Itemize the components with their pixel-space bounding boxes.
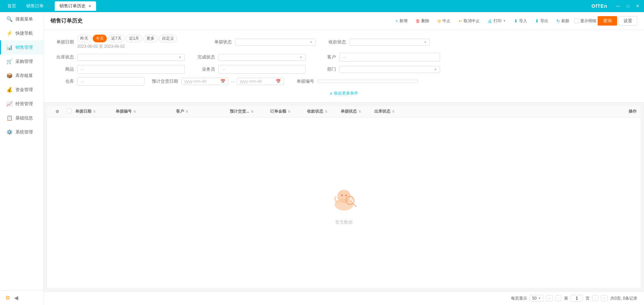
department-select[interactable]: ▼	[339, 66, 440, 73]
complete-status-select[interactable]: ▼	[218, 54, 306, 61]
tab-home[interactable]: 首页	[3, 1, 21, 11]
th-customer[interactable]: 客户 ⇅	[176, 109, 230, 114]
order-num-label: 单据编号	[291, 78, 317, 84]
order-num-input[interactable]	[317, 80, 418, 83]
page-size-label: 每页显示	[511, 296, 527, 301]
display-columns-check[interactable]: 显示明细	[574, 18, 596, 24]
sidebar: 🔍 搜索菜单 ⚡ 快捷导航 📊 销售管理 🛒 采购管理 📦 库存核算 💰 资金管…	[0, 12, 44, 305]
table-header: ⚙ 单据日期 ⇅ 单据编号 ⇅ 客户 ⇅ 预计交货...	[47, 106, 641, 117]
calendar-start-icon: 📅	[220, 79, 225, 84]
sidebar-item-quick-nav[interactable]: ⚡ 快捷导航	[0, 26, 43, 40]
sidebar-item-inventory[interactable]: 📦 库存核算	[0, 69, 43, 83]
settings-button[interactable]: 设置	[618, 16, 637, 26]
delivery-date-start[interactable]: yyyy-mm-dd 📅	[181, 78, 228, 85]
th-action: 操作	[408, 109, 637, 114]
prev-page-btn[interactable]: ‹	[556, 295, 562, 301]
date-btn-today[interactable]: 今天	[93, 35, 107, 42]
collapse-row: ∧ 收起更多条件	[50, 89, 637, 98]
date-btn-7days[interactable]: 近7天	[108, 35, 125, 42]
delivery-date-end[interactable]: yyyy-mm-dd 📅	[237, 78, 284, 85]
collapse-button[interactable]: ∧ 收起更多条件	[330, 89, 358, 98]
th-checkbox[interactable]	[63, 109, 75, 114]
date-btn-more[interactable]: 更多	[143, 35, 158, 42]
th-pay-status[interactable]: 收款状态 ⇅	[307, 109, 341, 114]
th-warehouse-status[interactable]: 出库状态 ⇅	[374, 109, 408, 114]
order-status-select[interactable]: ▼	[235, 39, 316, 46]
th-number-sort-icon: ⇅	[133, 110, 136, 113]
close-btn[interactable]: ✕	[634, 3, 641, 9]
import-label: 导入	[519, 18, 527, 24]
tab-sales-order-close[interactable]: ✕	[46, 4, 49, 8]
refresh-label: 刷新	[561, 18, 569, 24]
sidebar-item-system[interactable]: ⚙️ 系统管理	[0, 125, 43, 139]
sidebar-settings-btn[interactable]: ⚙	[5, 295, 10, 301]
page-input[interactable]	[571, 295, 583, 302]
maximize-btn[interactable]: □	[625, 3, 631, 9]
filter-row-2: 出库状态 ▼ 完成状态 ▼ 客户 ···	[50, 53, 637, 62]
sidebar-item-capital-label: 资金管理	[15, 87, 33, 93]
sidebar-collapse-btn[interactable]: ◀	[14, 295, 18, 301]
warehouse-input[interactable]: ···	[77, 77, 144, 86]
refresh-icon: ↻	[556, 18, 560, 24]
display-columns-checkbox[interactable]	[574, 18, 579, 23]
last-page-btn[interactable]: »	[601, 295, 608, 301]
stop-icon: ⊘	[437, 18, 441, 24]
date-btn-custom[interactable]: 自定义	[159, 35, 177, 42]
sidebar-item-operation[interactable]: 📈 经营管理	[0, 97, 43, 111]
department-label: 部门	[312, 66, 339, 72]
th-date[interactable]: 单据日期 ⇅	[75, 109, 116, 114]
th-delivery[interactable]: 预计交货... ⇅	[230, 109, 270, 114]
date-btn-yesterday[interactable]: 昨天	[77, 35, 91, 42]
export-label: 导出	[540, 18, 548, 24]
svg-point-2	[341, 194, 343, 196]
sidebar-item-search-menu[interactable]: 🔍 搜索菜单	[0, 12, 43, 26]
payment-status-select[interactable]: ▼	[349, 39, 430, 46]
warehouse-status-select[interactable]: ▼	[77, 54, 185, 61]
th-amount[interactable]: 订单金额 ⇅	[270, 109, 307, 114]
print-button[interactable]: 🖨 打印 ▼	[484, 17, 509, 25]
page-label: 页	[586, 296, 590, 301]
first-page-btn[interactable]: «	[546, 295, 553, 301]
tab-sales-order-history[interactable]: 销售订单历史 ✕	[55, 1, 96, 11]
sidebar-item-basic-info[interactable]: 📋 基础信息	[0, 111, 43, 125]
next-page-btn[interactable]: ›	[592, 295, 598, 301]
sidebar-item-sales-mgmt[interactable]: 📊 销售管理	[0, 40, 43, 54]
warehouse-status-chevron-icon: ▼	[178, 55, 182, 59]
query-button[interactable]: 查询	[598, 16, 617, 26]
minimize-btn[interactable]: —	[614, 3, 622, 9]
export-button[interactable]: ⬆ 导出	[532, 17, 552, 25]
tab-sales-order[interactable]: 销售订单 ✕	[22, 1, 54, 11]
th-order-status-sort-icon: ⇅	[358, 110, 361, 113]
th-warehouse-status-label: 出库状态	[374, 109, 390, 114]
import-button[interactable]: ⬇ 导入	[511, 17, 530, 25]
sidebar-item-capital[interactable]: 💰 资金管理	[0, 83, 43, 97]
header-checkbox[interactable]	[67, 109, 72, 113]
th-order-status[interactable]: 单据状态 ⇅	[341, 109, 374, 114]
add-button[interactable]: + 新增	[392, 17, 411, 25]
import-icon: ⬇	[514, 18, 518, 24]
th-warehouse-status-sort-icon: ⇅	[392, 110, 395, 113]
refresh-button[interactable]: ↻ 刷新	[553, 17, 573, 25]
date-btn-1month[interactable]: 近1月	[126, 35, 142, 42]
inventory-icon: 📦	[6, 73, 13, 79]
operation-icon: 📈	[6, 101, 13, 107]
th-delivery-sort-icon: ⇅	[251, 110, 254, 113]
stop-button[interactable]: ⊘ 中止	[434, 17, 454, 25]
cancel-stop-button[interactable]: ↩ 取消中止	[455, 17, 483, 25]
content-area: 销售订单历史 + 新增 🗑 删除 ⊘ 中止 ↩ 取消中止	[44, 12, 644, 305]
delete-button[interactable]: 🗑 删除	[412, 17, 433, 25]
product-input[interactable]: ···	[77, 65, 185, 74]
page-size-select[interactable]: 50 ▼	[530, 295, 543, 302]
department-chevron-icon: ▼	[434, 68, 437, 71]
customer-label: 客户	[312, 54, 339, 60]
tab-sales-order-history-close[interactable]: ✕	[88, 4, 91, 8]
collapse-label: 收起更多条件	[334, 90, 358, 96]
cancel-stop-icon: ↩	[459, 18, 462, 24]
customer-input[interactable]: ···	[339, 53, 440, 62]
th-settings[interactable]: ⚙	[51, 109, 63, 114]
salesperson-input[interactable]: ···	[218, 65, 306, 74]
th-number[interactable]: 单据编号 ⇅	[116, 109, 176, 114]
sales-mgmt-icon: 📊	[6, 44, 13, 50]
sidebar-item-purchase-mgmt[interactable]: 🛒 采购管理	[0, 54, 43, 69]
th-date-label: 单据日期	[75, 109, 91, 114]
